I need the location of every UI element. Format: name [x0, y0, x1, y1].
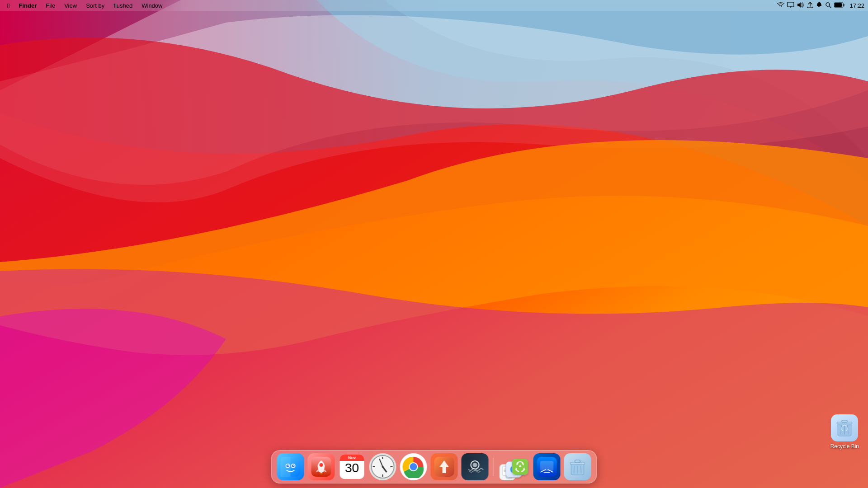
- svg-point-22: [293, 465, 294, 466]
- menubar-left:  Finder File View Sort by flushed Windo…: [4, 1, 166, 10]
- file-menu[interactable]: File: [42, 1, 59, 10]
- svg-point-32: [382, 466, 384, 468]
- dock-item-rocket[interactable]: [308, 453, 335, 480]
- svg-marker-4: [797, 2, 801, 8]
- svg-point-20: [292, 465, 295, 467]
- flushed-menu[interactable]: flushed: [110, 1, 136, 10]
- app-name-menu[interactable]: Finder: [15, 1, 40, 10]
- calendar-day: 30: [340, 461, 364, 474]
- recycle-bin-icon: [831, 414, 858, 441]
- upload-icon[interactable]: [807, 2, 813, 9]
- svg-rect-14: [842, 420, 847, 422]
- svg-point-5: [826, 3, 830, 6]
- svg-line-6: [830, 6, 831, 8]
- svg-line-10: [841, 425, 841, 434]
- dock-item-app2[interactable]: [533, 453, 561, 480]
- svg-point-19: [287, 465, 289, 467]
- view-menu[interactable]: View: [61, 1, 80, 10]
- dock-item-steam[interactable]: [462, 453, 489, 480]
- clock-time: 17:22: [849, 2, 864, 9]
- wallpaper: [0, 0, 868, 488]
- spotlight-icon[interactable]: [825, 2, 831, 9]
- sort-by-menu[interactable]: Sort by: [82, 1, 108, 10]
- apple-menu[interactable]: : [4, 1, 13, 10]
- notification-icon[interactable]: [816, 2, 822, 9]
- dock-item-calendar[interactable]: Nov 30: [339, 453, 366, 480]
- svg-rect-54: [541, 461, 553, 470]
- dock-item-recycle[interactable]: [564, 453, 591, 480]
- dock-container: Nov 30: [271, 450, 597, 483]
- dock: Nov 30: [271, 450, 597, 483]
- svg-point-40: [473, 463, 477, 467]
- menubar:  Finder File View Sort by flushed Windo…: [0, 0, 868, 11]
- svg-point-36: [410, 463, 417, 470]
- recycle-bin-desktop[interactable]: Recycle Bin: [830, 414, 859, 450]
- dock-separator: [493, 458, 494, 476]
- volume-icon[interactable]: [797, 2, 804, 9]
- svg-rect-8: [835, 3, 842, 7]
- dock-item-finder[interactable]: [277, 453, 304, 480]
- wifi-icon[interactable]: [777, 2, 784, 9]
- dock-item-preview-group[interactable]: [498, 453, 530, 480]
- display-icon[interactable]: [787, 2, 794, 9]
- dock-item-chrome[interactable]: [400, 453, 427, 480]
- window-menu[interactable]: Window: [138, 1, 166, 10]
- dock-item-git[interactable]: [431, 453, 458, 480]
- dock-item-clock[interactable]: [369, 453, 396, 480]
- svg-line-12: [848, 425, 848, 434]
- svg-rect-1: [788, 2, 794, 7]
- battery-icon: [834, 2, 845, 9]
- recycle-bin-label: Recycle Bin: [830, 443, 859, 450]
- svg-point-21: [288, 465, 289, 466]
- calendar-month: Nov: [340, 455, 364, 461]
- menubar-right: 17:22: [777, 2, 864, 9]
- desktop:  Finder File View Sort by flushed Windo…: [0, 0, 868, 488]
- svg-point-24: [320, 463, 323, 467]
